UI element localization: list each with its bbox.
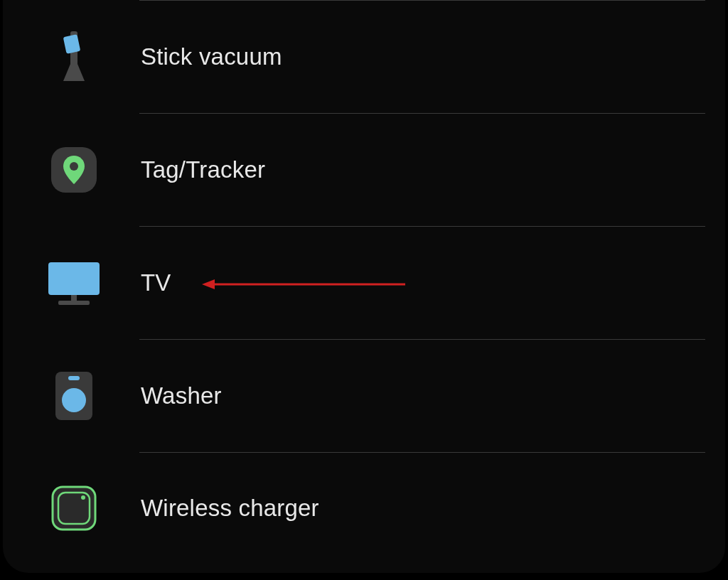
stick-vacuum-icon — [46, 28, 102, 85]
list-item-label: Washer — [141, 382, 222, 409]
svg-point-9 — [62, 388, 86, 412]
list-item-tv[interactable]: TV — [3, 227, 725, 339]
svg-rect-5 — [71, 295, 77, 301]
device-list: Stick vacuum Tag/Tracker — [3, 0, 725, 564]
svg-point-12 — [81, 495, 85, 500]
tag-tracker-icon — [46, 141, 102, 198]
svg-rect-6 — [58, 301, 90, 305]
svg-rect-1 — [63, 34, 81, 54]
list-item-washer[interactable]: Washer — [3, 340, 725, 452]
svg-rect-8 — [68, 376, 80, 380]
device-list-panel: Stick vacuum Tag/Tracker — [3, 0, 725, 573]
list-item-label: Stick vacuum — [141, 43, 282, 70]
list-item-stick-vacuum[interactable]: Stick vacuum — [3, 1, 725, 113]
list-item-label: TV — [141, 269, 171, 296]
list-item-label: Tag/Tracker — [141, 156, 265, 183]
washer-icon — [46, 367, 102, 424]
list-item-wireless-charger[interactable]: Wireless charger — [3, 453, 725, 564]
wireless-charger-icon — [46, 480, 102, 537]
svg-point-3 — [70, 162, 78, 171]
list-item-label: Wireless charger — [141, 495, 319, 522]
tv-icon — [46, 254, 102, 311]
list-item-tag-tracker[interactable]: Tag/Tracker — [3, 114, 725, 226]
svg-rect-4 — [48, 262, 100, 295]
